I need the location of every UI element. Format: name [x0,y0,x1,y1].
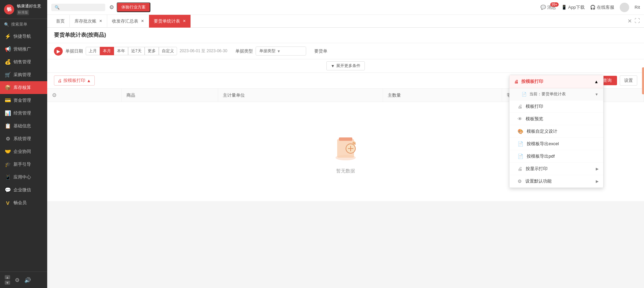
operation-icon: 📊 [5,110,11,116]
topbar-search-box[interactable]: 🔍 [51,4,105,11]
dropdown-header[interactable]: 🖨 按模板打印 ▲ [509,75,603,88]
expand-more-button[interactable]: ▼ 展开更多条件 [326,61,365,70]
system-icon: ⚙ [5,136,11,142]
scroll-up-arrow[interactable]: ▲ [5,275,10,279]
user-avatar[interactable] [620,3,629,12]
set-default-label: 设置默认功能 [525,178,552,184]
window-close-icon[interactable]: ✕ [627,18,632,24]
date-more[interactable]: 更多 [145,47,159,55]
dropdown-template-print[interactable]: 🖨 模板打印 [509,100,603,113]
col-unit-header: 主计量单位 [218,89,383,102]
page-content: 要货单统计表(按商品) ▶ 单据日期 上月 本月 本年 近7天 更多 自定义 2… [47,28,644,288]
sidebar-search[interactable]: 🔍 搜索菜单 [0,19,47,30]
sidebar-footer: ▲ ▼ ⚙ 🔊 [0,271,47,288]
filter-expand-button[interactable]: ▶ [54,47,63,56]
date-prev-month[interactable]: 上月 [86,47,100,55]
logo-text: 畅康通好生意 标准版 [17,3,41,15]
sidebar-item-operation[interactable]: 📊 经营管理 [0,107,47,120]
dropdown-display-print[interactable]: 🖨 按显示打印 ▶ [509,163,603,175]
current-template-chevron: ▼ [595,92,598,96]
date-last-7-days[interactable]: 近7天 [128,47,145,55]
resize-handle[interactable] [642,67,644,94]
window-expand-icon[interactable]: ⛶ [635,18,640,24]
dropdown-current-template[interactable]: 📄 当前：要货单统计表 ▼ [509,88,603,100]
sidebar-item-label: 快捷导航 [13,33,31,39]
order-status-label: 要货单 [314,48,327,54]
order-type-select[interactable]: 单据类型 ▼ [256,46,306,56]
settings-button[interactable]: 设置 [620,75,637,86]
purchase-icon: 🛒 [5,72,11,78]
date-custom[interactable]: 自定义 [159,47,177,55]
cooperation-icon: 🤝 [5,149,11,155]
messages-badge: 99+ [550,2,559,7]
logo-icon: 畅 [4,4,14,14]
sidebar-item-finance[interactable]: 💳 资金管理 [0,94,47,107]
sidebar-item-quick-nav[interactable]: ⚡ 快捷导航 [0,30,47,43]
table-settings-icon[interactable]: ⚙ [52,92,57,98]
online-service-icon: 🎧 [590,5,595,10]
app-title: 畅康通好生意 [17,3,41,9]
tab-home-label: 首页 [56,18,65,24]
dropdown-template-preview[interactable]: 👁 模板预览 [509,113,603,125]
scroll-down-arrow[interactable]: ▼ [5,281,10,285]
app-download-label: App下载 [568,4,585,10]
tab-batch-accounts[interactable]: 库存批次账 ✕ [70,15,107,28]
template-export-excel-icon: 📄 [518,141,523,147]
template-export-pdf-label: 按模板导出pdf [527,153,555,159]
tabs-bar: 首页 库存批次账 ✕ 收发存汇总表 ✕ 要货单统计表 ✕ ✕ ⛶ [47,15,644,28]
sidebar-item-label: 营销推广 [13,46,31,52]
dropdown-template-custom-design[interactable]: 🎨 模板自定义设计 [509,125,603,138]
sidebar-item-newbie[interactable]: 🎓 新手引导 [0,158,47,171]
promo-button[interactable]: 体验行业方案 [117,2,150,12]
print-label: 按模板打印 [63,77,85,84]
sidebar-item-label: 新手引导 [13,161,31,167]
newbie-icon: 🎓 [5,161,11,167]
sidebar-item-sales[interactable]: 💰 销售管理 [0,56,47,68]
messages-button[interactable]: 💬 消息 99+ [540,4,556,10]
order-type-value: 单据类型 [259,48,275,54]
template-print-label: 模板打印 [526,103,543,109]
dropdown-set-default[interactable]: ⚙ 设置默认功能 ▶ [509,175,603,188]
sidebar-item-marketing[interactable]: 📢 营销推广 [0,43,47,56]
dropdown-template-export-pdf[interactable]: 📄 按模板导出pdf [509,150,603,163]
sidebar-item-inventory[interactable]: 📦 库存核算 [0,81,47,94]
app-download-button[interactable]: 📱 App下载 [561,4,585,10]
app-logo: 畅 畅康通好生意 标准版 [0,0,47,19]
empty-text: 暂无数据 [336,168,355,174]
sales-icon: 💰 [5,59,11,65]
sidebar-item-system[interactable]: ⚙ 系统管理 [0,132,47,145]
enterprise-wechat-icon: 💬 [5,187,11,193]
tab-receipt-summary[interactable]: 收发存汇总表 ✕ [107,15,149,28]
online-service-button[interactable]: 🎧 在线客服 [590,4,614,10]
footer-settings-icon[interactable]: ⚙ [15,277,20,283]
tab-order-summary-close[interactable]: ✕ [183,19,186,23]
sidebar-item-label: 系统管理 [13,136,31,142]
tab-batch-accounts-close[interactable]: ✕ [99,19,102,23]
footer-audio-icon[interactable]: 🔊 [24,277,31,283]
tab-receipt-summary-close[interactable]: ✕ [141,19,144,23]
date-this-year[interactable]: 本年 [114,47,128,55]
user-name[interactable]: Rit [635,5,640,10]
sidebar-item-label: 基础信息 [13,123,31,129]
date-label: 单据日期 [65,48,83,54]
dropdown-collapse-icon[interactable]: ▲ [594,79,598,84]
col-settings-header[interactable]: ⚙ [47,89,122,102]
date-this-month[interactable]: 本月 [100,47,114,55]
topbar-settings-icon[interactable]: ⚙ [109,4,114,10]
tab-home[interactable]: 首页 [51,15,70,28]
sidebar-item-app-center[interactable]: 📱 应用中心 [0,171,47,184]
sidebar-item-vip[interactable]: V 畅会员 [0,196,47,209]
topbar-right: 💬 消息 99+ 📱 App下载 🎧 在线客服 Rit [540,3,640,12]
tab-order-summary[interactable]: 要货单统计表 ✕ [149,15,191,28]
template-preview-icon: 👁 [518,116,522,122]
sidebar-item-enterprise-wechat[interactable]: 💬 企业微信 [0,184,47,196]
print-button[interactable]: 🖨 按模板打印 ▲ [54,75,95,86]
sidebar-item-cooperation[interactable]: 🤝 企业协同 [0,145,47,158]
sidebar-nav: ⚡ 快捷导航 📢 营销推广 💰 销售管理 🛒 采购管理 📦 库存核算 💳 资金管… [0,30,47,271]
sidebar-item-purchase[interactable]: 🛒 采购管理 [0,68,47,81]
dropdown-print-icon: 🖨 [514,79,519,84]
sidebar-item-base-info[interactable]: 📋 基础信息 [0,120,47,132]
dropdown-header-left: 🖨 按模板打印 [514,78,543,85]
page-title: 要货单统计表(按商品) [54,32,637,39]
dropdown-template-export-excel[interactable]: 📄 按模板导出excel [509,138,603,150]
